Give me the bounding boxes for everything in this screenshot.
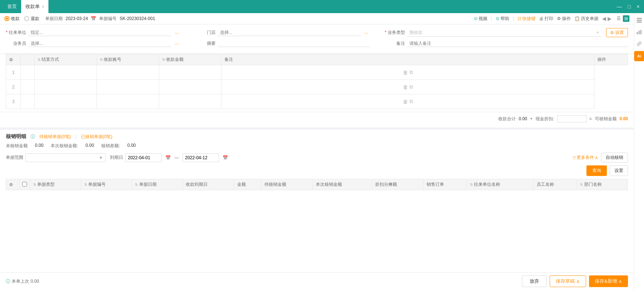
save-new-arrow: ∧ [619, 279, 622, 284]
calendar-icon[interactable]: 📅 [91, 16, 96, 21]
row-1-action-group: 🗑 ⧉ [221, 69, 594, 75]
sidebar-ai-icon[interactable]: Ai [634, 51, 644, 61]
biz-type-arrow: ▼ [596, 31, 600, 35]
net-value: 0.00 [620, 116, 628, 121]
bt-th-date: ⇅ 单据日期 [132, 179, 183, 190]
discard-button[interactable]: 放弃 [522, 275, 547, 287]
row-1-account[interactable] [35, 65, 97, 80]
due-date-from-input[interactable] [125, 153, 162, 162]
svg-rect-2 [637, 21, 642, 23]
more-conditions-btn[interactable]: ▽ 更多条件 ∧ [573, 154, 598, 161]
nav-home[interactable]: 首页 [3, 0, 21, 13]
bt-check-th[interactable] [19, 179, 30, 190]
shop-input[interactable] [218, 29, 361, 36]
account-sort-icon[interactable]: ⇅ [100, 58, 103, 62]
row-3-copy-btn[interactable]: ⧉ [409, 98, 413, 105]
row-3-account[interactable] [35, 94, 97, 109]
date-sort[interactable]: ⇅ [135, 183, 138, 187]
close-button[interactable]: × [635, 3, 641, 10]
receipt-type-group: 收款 退款 [4, 16, 39, 22]
bt-th-no: ⇅ 单据编号 [81, 179, 132, 190]
row-1-delete-btn[interactable]: 🗑 [403, 70, 408, 75]
this-verify-label: 本次核销金额: [51, 143, 78, 149]
row-1-remark[interactable] [159, 65, 221, 80]
row-3-settle[interactable] [21, 94, 35, 109]
row-3-remark[interactable] [159, 94, 221, 109]
row-2-remark[interactable] [159, 80, 221, 94]
settle-sort-icon[interactable]: ⇅ [38, 58, 40, 62]
th-action: 操作 [594, 54, 628, 65]
doc-range-select[interactable]: ▼ [25, 153, 106, 162]
amount-sort-icon[interactable]: ⇅ [162, 58, 165, 62]
row-2-copy-btn[interactable]: ⧉ [409, 84, 413, 90]
more-conditions-label: 更多条件 [577, 154, 594, 161]
video-button[interactable]: ⊙视频 [474, 16, 487, 22]
row-1-amount[interactable] [97, 65, 159, 80]
discount-input[interactable] [557, 115, 586, 122]
cal-to-icon[interactable]: 📅 [223, 155, 228, 160]
print-button[interactable]: 🖨打印 [539, 16, 553, 22]
counterpart-more-btn[interactable]: ··· [173, 30, 181, 36]
table-footer: 收款合计 0.00 + 现金折扣: = 可核销金额 0.00 [0, 112, 634, 125]
due-date-to-input[interactable] [182, 153, 219, 162]
grid-view-btn[interactable]: ⊞ [623, 15, 629, 22]
form-row-2: 业务员 ··· 摘要 备注 [6, 40, 628, 47]
row-3-delete-btn[interactable]: 🗑 [403, 99, 408, 105]
row-2-delete-btn[interactable]: 🗑 [403, 84, 408, 90]
sidebar-chart-icon[interactable] [635, 28, 644, 36]
prev-arrow[interactable]: ◀ [602, 16, 606, 21]
done-tab[interactable]: 已核销单据(0笔) [81, 134, 113, 140]
nav-tab-close[interactable]: × [42, 4, 44, 9]
settings-button[interactable]: ⚙ 设置 [606, 28, 628, 37]
no-sort[interactable]: ⇅ [84, 183, 87, 187]
due-date-field: 到期日 📅 — 📅 [110, 153, 228, 162]
radio-refund[interactable]: 退款 [24, 16, 39, 22]
restore-button[interactable]: □ [626, 3, 632, 10]
query-button[interactable]: 查询 [586, 165, 607, 176]
staff-input[interactable] [28, 40, 171, 47]
row-1-copy-btn[interactable]: ⧉ [409, 69, 413, 75]
biz-type-select[interactable]: 预收款 ▼ [407, 29, 602, 37]
staff-more-btn[interactable]: ··· [173, 41, 181, 47]
bt-gear-th[interactable]: ⚙ [6, 179, 19, 190]
row-2-num: 2 [6, 80, 21, 94]
unverified-label: 未核销金额 [6, 143, 28, 149]
action-button[interactable]: ⚙操作 [557, 16, 571, 22]
bt-th-pending: 待核销金额 [262, 179, 313, 190]
row-3-action-group: 🗑 ⧉ [221, 98, 594, 105]
auto-verify-button[interactable]: 自动核销 [601, 153, 628, 162]
row-3-amount[interactable] [97, 94, 159, 109]
cal-from-icon[interactable]: 📅 [165, 155, 171, 160]
help-button[interactable]: ⊙帮助 [496, 16, 509, 22]
row-2-account[interactable] [35, 80, 97, 94]
counterpart-sort[interactable]: ⇅ [470, 183, 473, 187]
type-sort[interactable]: ⇅ [33, 183, 36, 187]
next-arrow[interactable]: ▶ [608, 16, 612, 21]
save-draft-label: 保存草稿 [556, 278, 575, 285]
row-1-settle[interactable] [21, 65, 35, 80]
top-nav: 首页 收款单 × — □ × [0, 0, 644, 13]
row-2-settle[interactable] [21, 80, 35, 94]
shop-more-btn[interactable]: ··· [363, 30, 370, 36]
sidebar-link-icon[interactable] [635, 39, 644, 48]
nav-tab-receipt[interactable]: 收款单 × [21, 0, 48, 13]
dept-sort[interactable]: ⇅ [580, 183, 583, 187]
history-button[interactable]: 📋历史单据 [574, 16, 598, 22]
verify-info-icon[interactable]: ⓘ [31, 134, 35, 140]
save-new-label: 保存&新增 [595, 278, 617, 285]
save-draft-button[interactable]: 保存草稿 ∧ [550, 275, 586, 287]
counterpart-input[interactable] [28, 29, 171, 36]
radio-receive[interactable]: 收款 [4, 16, 20, 22]
setting-small-button[interactable]: 设置 [610, 165, 628, 176]
table-gear-th[interactable]: ⚙ [6, 54, 21, 65]
minimize-button[interactable]: — [615, 3, 623, 10]
sidebar-table-icon[interactable] [635, 16, 644, 25]
pending-tab[interactable]: 待核销单据(0笔) [39, 134, 71, 140]
row-2-amount[interactable] [97, 80, 159, 94]
save-new-button[interactable]: 保存&新增 ∧ [589, 275, 628, 287]
summary-input[interactable] [218, 40, 370, 47]
select-all-checkbox[interactable] [22, 182, 27, 187]
shortcut-button[interactable]: ⊡快捷键 [518, 16, 535, 22]
list-view-btn[interactable]: ☰ [615, 15, 622, 22]
remark-input[interactable] [407, 40, 628, 47]
